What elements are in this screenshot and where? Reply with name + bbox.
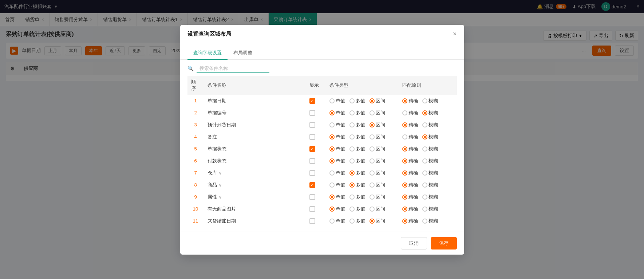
modal-header: 设置查询区域布局 × <box>180 25 464 42</box>
col-order-header: 顺序 <box>187 76 204 86</box>
modal-tab-query-fields[interactable]: 查询字段设置 <box>187 47 228 60</box>
search-icon: 🔍 <box>187 66 194 71</box>
config-table: 顺序 条件名称 显示 条件类型 匹配原则 1单据日期单值多值区间精确模糊2单据编… <box>187 76 457 86</box>
modal-dialog: 设置查询区域布局 × 查询字段设置 布局调整 🔍 顺序 条件名称 <box>180 25 464 86</box>
col-display-header: 显示 <box>306 76 326 86</box>
modal-overlay: 设置查询区域布局 × 查询字段设置 布局调整 🔍 顺序 条件名称 <box>0 0 644 86</box>
modal-body: 顺序 条件名称 显示 条件类型 匹配原则 1单据日期单值多值区间精确模糊2单据编… <box>180 76 464 86</box>
modal-tab-layout-label: 布局调整 <box>233 50 252 55</box>
modal-title: 设置查询区域布局 <box>187 31 231 38</box>
search-input[interactable] <box>197 64 269 73</box>
col-match-header: 匹配原则 <box>399 76 457 86</box>
modal-close-btn[interactable]: × <box>453 31 457 37</box>
modal-tab-query-label: 查询字段设置 <box>193 50 222 55</box>
col-name-header: 条件名称 <box>204 76 306 86</box>
modal-search-area: 🔍 <box>180 60 464 76</box>
modal-tabs: 查询字段设置 布局调整 <box>180 42 464 60</box>
col-type-header: 条件类型 <box>326 76 399 86</box>
modal-tab-layout[interactable]: 布局调整 <box>228 47 258 60</box>
